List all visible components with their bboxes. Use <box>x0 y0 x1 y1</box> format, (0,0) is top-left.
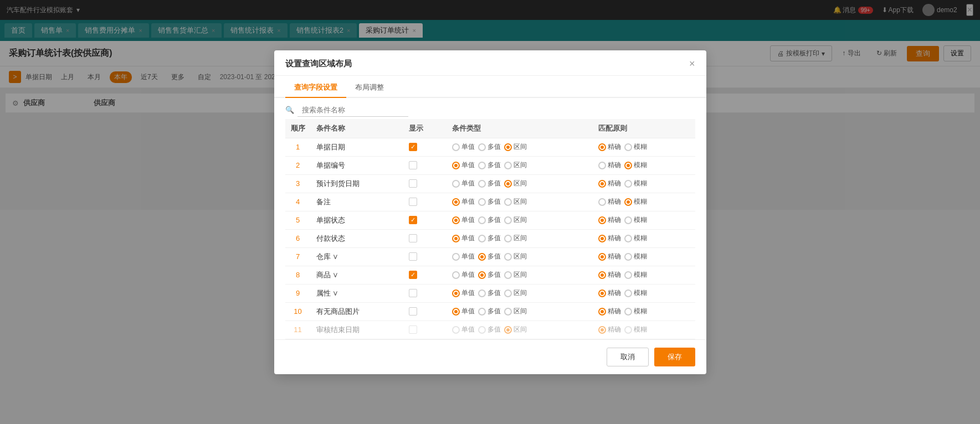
row-type: 单值多值区间 <box>447 138 593 156</box>
dialog-search-area: 🔍 <box>274 98 706 119</box>
dialog-tab-layout[interactable]: 布局调整 <box>346 78 393 98</box>
display-checkbox[interactable] <box>409 161 417 169</box>
radio-circle <box>452 143 460 151</box>
radio-circle <box>624 143 632 151</box>
table-row: 3预计到货日期单值多值区间精确模糊 <box>285 174 695 193</box>
radio-label: 多值 <box>488 179 501 188</box>
match-radio-item[interactable]: 精确 <box>598 161 621 170</box>
type-radio-item[interactable]: 单值 <box>452 142 475 152</box>
row-type: 单值多值区间 <box>447 174 593 193</box>
row-display[interactable] <box>403 174 447 193</box>
radio-circle <box>452 198 460 206</box>
dialog-tab-fields[interactable]: 查询字段设置 <box>285 78 346 98</box>
match-radio-item[interactable]: 精确 <box>598 142 621 152</box>
row-display[interactable] <box>403 156 447 174</box>
display-checkbox[interactable] <box>409 179 417 188</box>
match-radio-item[interactable]: 精确 <box>598 179 621 188</box>
search-input[interactable] <box>297 104 408 117</box>
radio-label: 多值 <box>488 142 501 152</box>
row-type: 单值多值区间 <box>447 156 593 174</box>
radio-label: 模糊 <box>634 197 647 206</box>
radio-label: 多值 <box>488 161 501 170</box>
radio-label: 多值 <box>488 197 501 206</box>
radio-circle <box>504 198 512 206</box>
row-match: 精确模糊 <box>593 138 695 156</box>
type-radio-item[interactable]: 多值 <box>478 161 501 170</box>
radio-label: 精确 <box>608 179 621 188</box>
match-radio-item[interactable]: 模糊 <box>624 142 647 152</box>
row-name: 备注 <box>311 193 403 210</box>
radio-circle <box>478 198 486 206</box>
dialog-header: 设置查询区域布局 × <box>274 50 706 76</box>
th-type: 条件类型 <box>447 119 593 138</box>
th-match: 匹配原则 <box>593 119 695 138</box>
row-type: 单值多值区间 <box>447 193 593 210</box>
radio-circle <box>478 180 486 188</box>
th-name: 条件名称 <box>311 119 403 138</box>
radio-label: 区间 <box>514 142 527 152</box>
radio-label: 模糊 <box>634 179 647 188</box>
type-radio-item[interactable]: 区间 <box>504 197 527 206</box>
radio-label: 精确 <box>608 142 621 152</box>
display-checkbox[interactable] <box>409 198 417 206</box>
row-match: 精确模糊 <box>593 156 695 174</box>
row-name: 单据日期 <box>311 138 403 156</box>
dialog-table-wrap: 顺序 条件名称 显示 条件类型 匹配原则 1单据日期单值多值区间精确模糊2单据编… <box>274 119 706 210</box>
dialog-close-button[interactable]: × <box>689 58 695 70</box>
table-row: 4备注单值多值区间精确模糊 <box>285 193 695 210</box>
radio-circle <box>478 162 486 169</box>
radio-label: 精确 <box>608 197 621 206</box>
row-name: 预计到货日期 <box>311 174 403 193</box>
type-radio-item[interactable]: 多值 <box>478 142 501 152</box>
radio-circle <box>598 162 606 169</box>
type-radio-item[interactable]: 多值 <box>478 197 501 206</box>
radio-circle <box>598 198 606 206</box>
radio-circle <box>504 162 512 169</box>
row-match: 精确模糊 <box>593 193 695 210</box>
type-radio-item[interactable]: 多值 <box>478 179 501 188</box>
type-radio-item[interactable]: 单值 <box>452 161 475 170</box>
table-row: 1单据日期单值多值区间精确模糊 <box>285 138 695 156</box>
radio-circle <box>624 198 632 206</box>
radio-label: 区间 <box>514 197 527 206</box>
row-order: 2 <box>285 156 311 174</box>
type-radio-item[interactable]: 单值 <box>452 179 475 188</box>
radio-circle <box>598 143 606 151</box>
search-icon: 🔍 <box>285 106 294 114</box>
dialog: 设置查询区域布局 × 查询字段设置 布局调整 🔍 顺序 条件名称 显示 条件类型 <box>274 50 706 210</box>
row-name: 单据编号 <box>311 156 403 174</box>
radio-label: 区间 <box>514 179 527 188</box>
row-display[interactable] <box>403 193 447 210</box>
th-display: 显示 <box>403 119 447 138</box>
row-display[interactable] <box>403 138 447 156</box>
radio-label: 单值 <box>461 161 475 170</box>
radio-label: 模糊 <box>634 142 647 152</box>
dialog-overlay: 设置查询区域布局 × 查询字段设置 布局调整 🔍 顺序 条件名称 显示 条件类型 <box>0 0 980 210</box>
match-radio-item[interactable]: 模糊 <box>624 161 647 170</box>
match-radio-item[interactable]: 精确 <box>598 197 621 206</box>
table-header-row: 顺序 条件名称 显示 条件类型 匹配原则 <box>285 119 695 138</box>
radio-circle <box>478 143 486 151</box>
radio-circle <box>624 180 632 188</box>
radio-circle <box>598 180 606 188</box>
row-order: 3 <box>285 174 311 193</box>
row-order: 4 <box>285 193 311 210</box>
table-row: 2单据编号单值多值区间精确模糊 <box>285 156 695 174</box>
display-checkbox[interactable] <box>409 143 417 151</box>
dialog-tabs: 查询字段设置 布局调整 <box>274 78 706 98</box>
type-radio-item[interactable]: 单值 <box>452 197 475 206</box>
dialog-table: 顺序 条件名称 显示 条件类型 匹配原则 1单据日期单值多值区间精确模糊2单据编… <box>285 119 695 210</box>
match-radio-item[interactable]: 模糊 <box>624 197 647 206</box>
radio-circle <box>624 162 632 169</box>
radio-circle <box>452 162 460 169</box>
row-order: 1 <box>285 138 311 156</box>
type-radio-item[interactable]: 区间 <box>504 161 527 170</box>
row-match: 精确模糊 <box>593 174 695 193</box>
dialog-title: 设置查询区域布局 <box>285 59 352 69</box>
radio-label: 区间 <box>514 161 527 170</box>
type-radio-item[interactable]: 区间 <box>504 179 527 188</box>
match-radio-item[interactable]: 模糊 <box>624 179 647 188</box>
th-order: 顺序 <box>285 119 311 138</box>
type-radio-item[interactable]: 区间 <box>504 142 527 152</box>
radio-circle <box>504 143 512 151</box>
